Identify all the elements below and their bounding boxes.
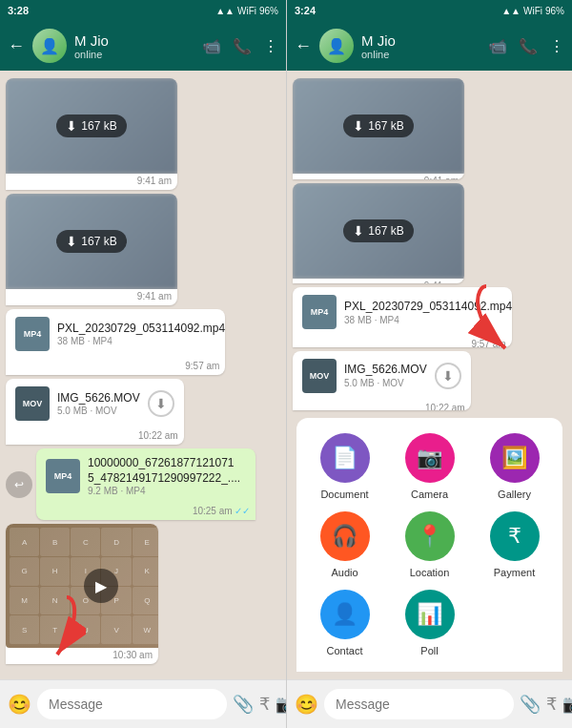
audio-label: Audio: [331, 567, 358, 578]
file-name-r2: IMG_5626.MOV: [344, 363, 427, 378]
attach-icon-left[interactable]: 📎: [233, 694, 254, 715]
status-time-left: 3:28: [8, 5, 29, 16]
media-msg-2-right: ⬇ 167 kB 9:41 am: [293, 183, 464, 284]
header-actions-left: 📹 📞 ⋮: [202, 37, 278, 55]
attach-poll[interactable]: 📊 Poll: [393, 590, 466, 656]
emoji-button-left[interactable]: 😊: [8, 693, 31, 716]
vc: W: [133, 615, 158, 644]
contact-info-right: M Jio online: [361, 32, 480, 60]
file-msg-sent-left: MP4 10000000_67261877121071 5_4782149171…: [36, 448, 255, 520]
more-options-icon[interactable]: ⋮: [263, 37, 278, 55]
status-time-right: 3:24: [295, 5, 316, 16]
contact-label: Contact: [327, 645, 363, 656]
file-time-2: 10:22 am: [6, 428, 184, 445]
gallery-icon-circle: 🖼️: [490, 433, 540, 483]
message-input-left[interactable]: [37, 689, 227, 719]
back-button-left[interactable]: ←: [8, 36, 25, 56]
location-label: Location: [410, 567, 450, 578]
media-thumb-1[interactable]: ⬇ 167 kB: [6, 78, 177, 174]
download-badge-r1[interactable]: ⬇ 167 kB: [343, 114, 413, 137]
attach-gallery[interactable]: 🖼️ Gallery: [478, 433, 551, 500]
attach-camera[interactable]: 📷 Camera: [393, 433, 466, 500]
vc: A: [10, 528, 39, 556]
file-time-r2: 10:22 am: [293, 401, 471, 410]
file-download-btn-r2[interactable]: ⬇: [435, 363, 461, 389]
rupee-icon-right[interactable]: ₹: [546, 694, 557, 715]
file-size-r1: 167 kB: [368, 119, 403, 133]
file-msg-content-2: MOV IMG_5626.MOV 5.0 MB · MOV ⬇: [6, 379, 184, 428]
forward-icon-sent[interactable]: ↩: [6, 471, 32, 498]
status-bar-right: 3:24 ▲▲ WiFi 96%: [287, 0, 572, 21]
avatar-right[interactable]: 👤: [319, 29, 354, 63]
contact-status-left: online: [74, 49, 194, 60]
video-call-icon[interactable]: 📹: [202, 37, 221, 55]
signal-icon-r: ▲▲: [501, 6, 521, 16]
download-badge-r2[interactable]: ⬇ 167 kB: [343, 219, 413, 242]
play-button[interactable]: ▶: [84, 569, 118, 603]
payment-icon: ₹: [508, 524, 521, 549]
avatar-image-right: 👤: [319, 29, 354, 63]
media-thumb-r2[interactable]: ⬇ 167 kB: [293, 183, 464, 279]
msg-time-2: 9:41 am: [6, 289, 177, 305]
attach-location[interactable]: 📍 Location: [393, 511, 466, 578]
chat-header-left: ← 👤 M Jio online 📹 📞 ⋮: [0, 21, 286, 71]
media-msg-1-left: ⬇ 167 kB 9:41 am: [6, 78, 177, 190]
file-download-btn-2[interactable]: ⬇: [148, 390, 174, 417]
emoji-button-right[interactable]: 😊: [295, 693, 318, 716]
file-time-sent: 10:25 am ✓✓: [36, 504, 255, 520]
poll-icon: 📊: [417, 602, 442, 627]
attach-icon-right[interactable]: 📎: [520, 694, 541, 715]
media-thumb-r1[interactable]: ⬇ 167 kB: [293, 78, 464, 174]
camera-icon-left[interactable]: 📷: [276, 694, 286, 715]
phone-icon[interactable]: 📞: [233, 37, 252, 55]
file-name-1: PXL_20230729_053114092.mp4: [57, 322, 225, 337]
vc: K: [133, 557, 158, 586]
wifi-icon: WiFi: [237, 6, 256, 16]
media-msg-2-left: ⬇ 167 kB 9:41 am: [6, 194, 177, 305]
rupee-icon-left[interactable]: ₹: [259, 694, 270, 715]
signal-icon: ▲▲: [215, 6, 235, 16]
document-icon-circle: 📄: [320, 433, 370, 483]
vc: D: [101, 528, 131, 556]
file-icon-mp4-sent: MP4: [46, 459, 80, 493]
wifi-icon-r: WiFi: [523, 6, 542, 16]
attach-contact[interactable]: 👤 Contact: [308, 590, 381, 656]
file-meta-1: 38 MB · MP4: [57, 336, 225, 346]
payment-label: Payment: [494, 567, 535, 578]
gallery-label: Gallery: [498, 489, 531, 500]
file-details-sent: 10000000_67261877121071 5_47821491712909…: [88, 456, 246, 496]
status-icons-right: ▲▲ WiFi 96%: [501, 6, 564, 16]
poll-label: Poll: [420, 645, 438, 656]
chat-input-area-left: 😊 📎 ₹ 📷 🎤: [0, 679, 286, 728]
download-badge-2[interactable]: ⬇ 167 kB: [56, 230, 126, 253]
attach-audio[interactable]: 🎧 Audio: [308, 511, 381, 578]
contact-info-left: M Jio online: [74, 32, 194, 60]
contact-status-right: online: [361, 49, 480, 60]
file-size-2: 167 kB: [81, 235, 116, 248]
file-size-1: 167 kB: [81, 119, 116, 133]
phone-icon-r[interactable]: 📞: [519, 37, 538, 55]
audio-icon: 🎧: [332, 524, 358, 549]
attach-payment[interactable]: ₹ Payment: [478, 511, 551, 578]
more-options-icon-r[interactable]: ⋮: [549, 37, 564, 55]
vc: B: [40, 528, 70, 556]
file-msg-2-right: MOV IMG_5626.MOV 5.0 MB · MOV ⬇ 10:22 am: [293, 351, 471, 410]
avatar-left[interactable]: 👤: [32, 29, 67, 63]
message-input-right[interactable]: [324, 689, 514, 719]
back-button-right[interactable]: ←: [295, 36, 312, 56]
download-badge-1[interactable]: ⬇ 167 kB: [56, 114, 126, 137]
msg-time-r2: 9:41 am: [293, 279, 464, 284]
media-msg-1-right: ⬇ 167 kB 9:41 am: [293, 78, 464, 179]
camera-icon-right[interactable]: 📷: [562, 694, 572, 715]
video-call-icon-r[interactable]: 📹: [488, 37, 507, 55]
file-msg-content-r2: MOV IMG_5626.MOV 5.0 MB · MOV ⬇: [293, 351, 471, 401]
media-thumb-2[interactable]: ⬇ 167 kB: [6, 194, 177, 289]
location-icon-circle: 📍: [405, 511, 455, 561]
camera-attach-icon: 📷: [417, 446, 442, 470]
msg-time-r1: 9:41 am: [293, 174, 464, 179]
input-icons-right: 📎 ₹ 📷: [520, 694, 572, 715]
read-ticks: ✓✓: [235, 506, 250, 516]
right-panel: 3:24 ▲▲ WiFi 96% ← 👤 M Jio online 📹 📞 ⋮: [286, 0, 572, 728]
attach-document[interactable]: 📄 Document: [308, 433, 381, 500]
contact-icon: 👤: [332, 602, 358, 627]
